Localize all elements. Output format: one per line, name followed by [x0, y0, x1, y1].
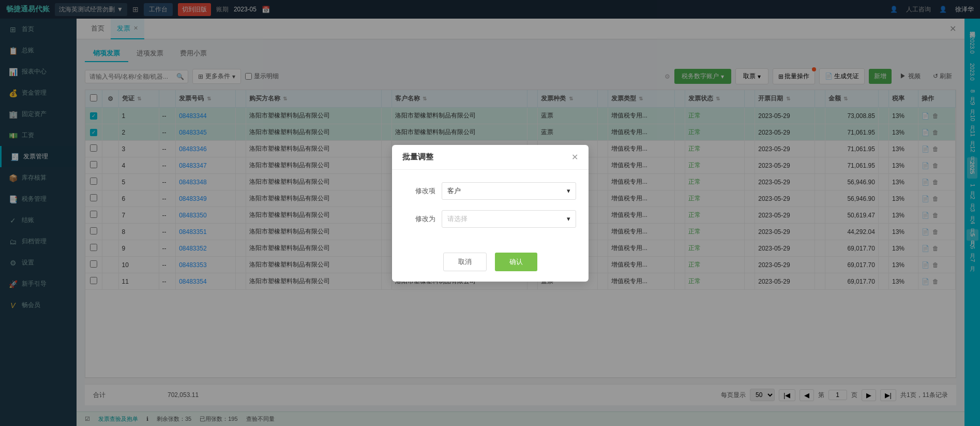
modal-title: 批量调整 — [402, 152, 433, 162]
modify-to-placeholder: 请选择 — [447, 214, 468, 224]
modify-field-label: 修改项 — [404, 186, 435, 196]
modify-to-row: 修改为 请选择 ▾ — [404, 210, 576, 228]
modify-field-value: 客户 — [447, 186, 461, 196]
modify-field-select[interactable]: 客户 ▾ — [442, 182, 576, 200]
modal-overlay[interactable]: 批量调整 ✕ 修改项 客户 ▾ 修改为 请选择 ▾ 取消 确认 — [0, 0, 980, 426]
modify-to-label: 修改为 — [404, 214, 435, 224]
modal-confirm-btn[interactable]: 确认 — [495, 253, 537, 271]
modal-footer: 取消 确认 — [392, 246, 589, 282]
modal-header: 批量调整 ✕ — [392, 145, 589, 170]
modify-to-chevron-icon: ▾ — [567, 215, 570, 223]
batch-adjust-modal: 批量调整 ✕ 修改项 客户 ▾ 修改为 请选择 ▾ 取消 确认 — [392, 145, 589, 282]
modify-to-select[interactable]: 请选择 ▾ — [442, 210, 576, 228]
modify-field-chevron-icon: ▾ — [567, 187, 570, 195]
modal-close-btn[interactable]: ✕ — [571, 152, 578, 162]
modal-cancel-btn[interactable]: 取消 — [443, 253, 487, 271]
modal-body: 修改项 客户 ▾ 修改为 请选择 ▾ — [392, 170, 589, 246]
modify-field-row: 修改项 客户 ▾ — [404, 182, 576, 200]
